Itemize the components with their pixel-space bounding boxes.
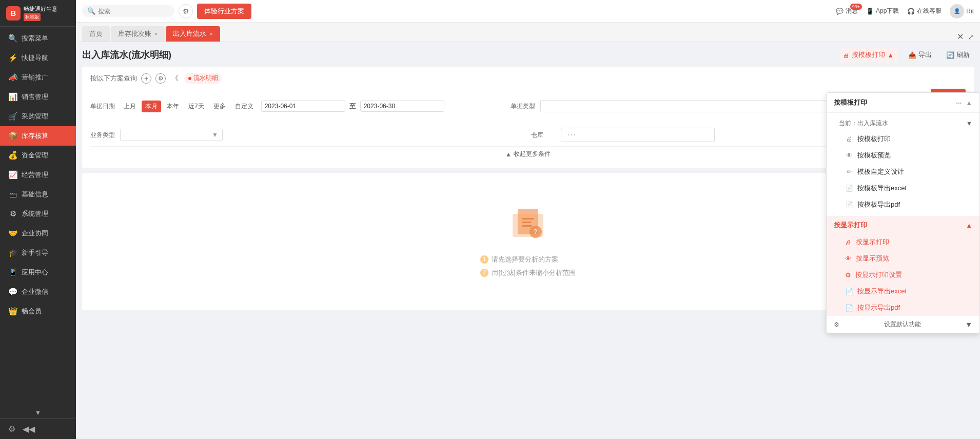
message-action[interactable]: 💬 消息 99+ [836,7,858,15]
sidebar-item-apps[interactable]: 📱应用中心 [0,263,76,282]
sidebar-item-search[interactable]: 🔍搜索菜单 [0,29,76,48]
date-option-3[interactable]: 近7天 [185,101,208,112]
search-nav-icon: 🔍 [8,34,17,43]
display-item-3[interactable]: 📄按显示导出excel [827,283,979,300]
topbar-settings-icon[interactable]: ⚙ [179,4,193,18]
dropdown-header-actions: ··· ▲ [956,99,972,107]
dropdown-chevron-up-icon[interactable]: ▲ [966,99,972,107]
collapse-sidebar-icon[interactable]: ◀◀ [23,424,35,434]
tab-home[interactable]: 首页 [82,26,110,42]
collab-nav-icon: 🤝 [8,229,17,238]
dropdown-active-header[interactable]: 按显示打印 ▲ [827,216,979,234]
app-download-action[interactable]: 📱 App下载 [866,7,899,15]
filter-tag-dot [188,77,191,80]
user-avatar-action[interactable]: 👤 Rit [950,4,974,18]
sidebar-item-finance[interactable]: 💰资金管理 [0,146,76,165]
tab-close-batch[interactable]: × [154,31,158,37]
printer-icon: 🖨 [843,51,850,59]
sidebar-item-sales[interactable]: 📊销售管理 [0,87,76,107]
display-item-label-3: 按显示导出excel [857,287,906,296]
template-item-icon-1: 👁 [845,151,853,159]
topbar: 🔍 ⚙ 体验行业方案 💬 消息 99+ 📱 App下载 🎧 在线客服 👤 [76,0,980,23]
sidebar-item-inventory[interactable]: 📦库存核算 [0,126,76,146]
refresh-action[interactable]: 🔄 刷新 [942,48,974,62]
date-option-4[interactable]: 更多 [210,101,229,112]
tip-item-2: 2 用[过滤]条件来缩小分析范围 [480,266,575,280]
chevron-up-icon-2: ▲ [505,151,512,158]
export-action[interactable]: 📤 导出 [904,48,936,62]
date-option-1[interactable]: 本月 [142,101,161,112]
expand-icon[interactable]: ⤢ [968,33,974,41]
dropdown-more-icon[interactable]: ··· [956,99,962,107]
filter-add-button[interactable]: + [141,73,151,84]
sidebar-item-member[interactable]: 👑畅会员 [0,302,76,321]
online-service-action[interactable]: 🎧 在线客服 [907,7,942,15]
filter-settings-button[interactable]: ⚙ [155,73,166,84]
date-to-input[interactable] [360,101,444,112]
tip-num-2: 2 [480,269,488,277]
main-area: 🔍 ⚙ 体验行业方案 💬 消息 99+ 📱 App下载 🎧 在线客服 👤 [76,0,980,439]
logo-icon: B [6,6,21,21]
template-item-label-1: 按模板预览 [857,151,891,160]
dropdown-footer-arrow: ▼ [965,321,972,329]
tab-label-batch: 库存批次账 [118,29,151,38]
filter-label: 按以下方案查询 [90,74,137,83]
sales-nav-icon: 📊 [8,92,17,102]
sidebar-scroll-btn[interactable]: ▼ [0,407,76,418]
sidebar-item-operations[interactable]: 📈经营管理 [0,165,76,185]
date-option-2[interactable]: 本年 [163,101,183,112]
template-item-4[interactable]: 📄按模板导出pdf [827,196,979,213]
business-type-field: 业务类型 ▼ [90,129,525,141]
display-item-1[interactable]: 👁按显示预览 [827,250,979,267]
sidebar-item-purchase[interactable]: 🛒采购管理 [0,107,76,126]
warehouse-select[interactable]: ··· [561,128,715,142]
logo-text-block: 畅捷通好生意 标准版 [24,5,57,21]
tab-flow[interactable]: 出入库流水× [166,26,220,42]
user-name: Rit [966,8,974,15]
trial-button[interactable]: 体验行业方案 [197,4,251,19]
sidebar-item-collab[interactable]: 🤝企业协同 [0,224,76,243]
sidebar-item-basic[interactable]: 🗃基础信息 [0,185,76,204]
business-type-select[interactable]: ▼ [120,129,223,141]
operations-nav-icon: 📈 [8,170,17,179]
template-item-1[interactable]: 👁按模板预览 [827,147,979,164]
date-option-0[interactable]: 上月 [120,101,140,112]
basic-nav-icon: 🗃 [8,190,17,199]
date-from-input[interactable] [261,101,345,112]
date-option-5[interactable]: 自定义 [231,101,257,112]
dropdown-current-arrow[interactable]: ▼ [966,120,972,127]
search-input[interactable] [98,8,160,15]
content-area: 出入库流水(流水明细) 🖨 按模板打印 ▲ 📤 导出 🔄 刷新 [76,42,980,439]
tab-close-flow[interactable]: × [209,31,212,37]
sidebar-item-system[interactable]: ⚙系统管理 [0,204,76,224]
sidebar-item-weixin[interactable]: 💬企业微信 [0,282,76,302]
scroll-down-icon[interactable]: ▼ [35,409,41,416]
page-header: 出入库流水(流水明细) 🖨 按模板打印 ▲ 📤 导出 🔄 刷新 [82,48,974,62]
sidebar-item-guide[interactable]: 🎓新手引导 [0,243,76,263]
logo-badge: 标准版 [24,13,41,21]
template-item-0[interactable]: 🖨按模板打印 [827,131,979,147]
tab-batch[interactable]: 库存批次账× [111,26,165,42]
display-item-0[interactable]: 🖨按显示打印 [827,234,979,250]
display-item-2[interactable]: ⚙按显示打印设置 [827,267,979,283]
dropdown-footer[interactable]: ⚙ 设置默认功能 ▼ [827,316,979,333]
system-nav-icon: ⚙ [8,209,17,218]
template-item-label-4: 按模板导出pdf [857,200,900,209]
sidebar-item-marketing[interactable]: 📣营销推广 [0,68,76,87]
guide-nav-icon: 🎓 [8,248,17,257]
display-item-icon-0: 🖨 [845,238,852,246]
template-item-3[interactable]: 📄按模板导出excel [827,180,979,196]
close-window-icon[interactable]: ✕ [957,32,964,42]
warehouse-label: 仓库 [531,131,557,139]
filter-collapse-button[interactable]: 《 [170,73,180,84]
settings-bottom-icon[interactable]: ⚙ [8,424,15,434]
print-template-action[interactable]: 🖨 按模板打印 ▲ [839,48,898,62]
sidebar-item-shortcut[interactable]: ⚡快捷导航 [0,48,76,68]
display-item-4[interactable]: 📄按显示导出pdf [827,300,979,316]
more-dots-icon[interactable]: ··· [567,130,576,139]
sidebar-item-label-member: 畅会员 [22,307,42,316]
topbar-search-container[interactable]: 🔍 [82,5,174,17]
template-item-2[interactable]: ✏模板自定义设计 [827,164,979,180]
filter-tag[interactable]: 流水明细 [184,73,222,84]
online-service-label: 在线客服 [917,7,942,15]
